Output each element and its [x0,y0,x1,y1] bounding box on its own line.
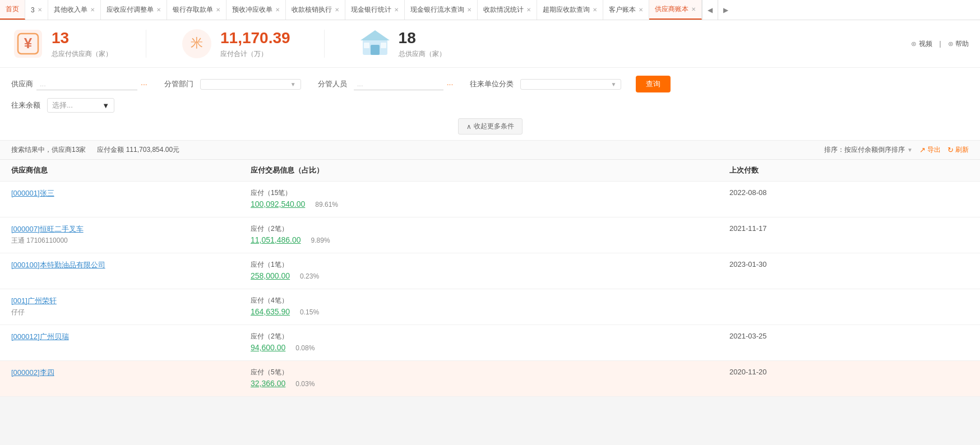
svg-rect-7 [371,45,380,55]
last-pay-cell: 2020-11-20 [729,368,969,376]
supplier-payable-icon: ¥ [11,27,45,61]
last-pay-cell: 2021-11-17 [729,224,969,233]
close-icon[interactable]: ✕ [593,7,597,13]
dept-filter-label: 分管部门 [164,79,193,89]
close-icon[interactable]: ✕ [38,7,42,13]
tx-label: 应付（5笔） [251,368,729,377]
tx-amount[interactable]: 164,635.90 [251,307,290,316]
nav-tab-overdue-ar[interactable]: 超期应收款查询 ✕ [537,0,603,20]
close-icon[interactable]: ✕ [691,6,696,12]
close-icon[interactable]: ✕ [90,7,95,13]
supplier-link[interactable]: [000002]李四 [11,368,251,378]
export-button[interactable]: ↗ 导出 [919,145,941,155]
video-link[interactable]: ⊙ 视频 [911,39,932,49]
nav-tab-cash-bank-flow[interactable]: 现金银行流水查询 ✕ [405,0,478,20]
tx-info-cell: 应付（4笔） 164,635.90 0.15% [251,296,729,318]
balance-filter-label: 往来余额 [11,100,40,110]
svg-rect-8 [364,43,369,48]
tx-amount[interactable]: 258,000.00 [251,271,290,280]
tx-percent: 0.08% [295,344,315,352]
help-link[interactable]: ⊙ 帮助 [948,39,969,49]
tx-amount[interactable]: 32,366.00 [251,379,285,388]
tx-amount[interactable]: 94,600.00 [251,343,285,352]
supplier-sub-info: 王通 17106110000 [11,236,251,245]
stat-total-payable-amount: 米 11,170.39 应付合计（万） [180,27,290,61]
dept-filter-select[interactable]: ▼ [200,79,301,90]
stat-total-suppliers: 18 总供应商（家） [358,27,446,61]
tx-percent: 89.61% [315,201,338,208]
filter-dept: 分管部门 ▼ [164,79,301,90]
nav-prev-arrow[interactable]: ◀ [702,0,718,20]
stats-bar: ¥ 13 总应付供应商（家） 米 11,170.39 应付合计（万） [0,20,980,68]
close-icon[interactable]: ✕ [335,7,339,13]
close-icon[interactable]: ✕ [467,7,471,13]
result-amount: 应付金额 111,703,854.00元 [97,145,179,155]
svg-text:米: 米 [191,36,203,50]
supplier-filter-input[interactable] [36,78,137,90]
top-navigation: 首页 3 ✕ 其他收入单 ✕ 应收应付调整单 ✕ 银行存取款单 ✕ 预收冲应收单… [0,0,980,20]
collapse-filter-button[interactable]: ∧ 收起更多条件 [458,118,523,135]
nav-next-arrow[interactable]: ▶ [718,0,733,20]
category-filter-select[interactable]: ▼ [520,79,621,90]
tx-info-cell: 应付（1笔） 258,000.00 0.23% [251,260,729,282]
stat2-value: 11,170.39 [220,29,290,47]
close-icon[interactable]: ✕ [275,7,280,13]
refresh-button[interactable]: ↻ 刷新 [947,145,969,155]
nav-tab-customer-ledger[interactable]: 客户账本 ✕ [603,0,649,20]
supplier-filter-label: 供应商 [11,79,33,89]
tx-amount[interactable]: 100,092,540.00 [251,200,305,208]
col-header-tx: 应付交易信息（占比） [251,165,729,175]
person-filter-input[interactable] [354,78,443,90]
nav-tab-receipt-stat[interactable]: 收款情况统计 ✕ [478,0,537,20]
table-row: [001]广州荣轩 仔仔 应付（4笔） 164,635.90 0.15% [0,289,980,325]
nav-tab-cash-bank-stat[interactable]: 现金银行统计 ✕ [345,0,405,20]
supplier-link[interactable]: [000001]张三 [11,188,251,198]
col-header-last-pay: 上次付数 [729,165,969,175]
stat-divider-1 [146,30,146,58]
supplier-link[interactable]: [001]广州荣轩 [11,296,251,306]
sort-selector[interactable]: 排序：按应付余额倒序排序 ▼ [824,145,913,155]
supplier-link[interactable]: [000007]恒旺二手叉车 [11,224,251,234]
tx-row: 11,051,486.00 9.89% [251,234,729,246]
nav-tab-prepaid-ar[interactable]: 预收冲应收单 ✕ [226,0,286,20]
stat2-content: 11,170.39 应付合计（万） [220,29,290,59]
stat3-label: 总供应商（家） [399,49,446,59]
filter-supplier: 供应商 ··· [11,78,147,90]
tx-label: 应付（2笔） [251,332,729,341]
last-pay-cell: 2023-01-30 [729,260,969,268]
nav-tab-bank-deposit[interactable]: 银行存取款单 ✕ [167,0,226,20]
tx-amount[interactable]: 11,051,486.00 [251,235,301,244]
category-select-arrow: ▼ [611,81,616,87]
filter-row-2: 往来余额 选择... ▼ [11,98,969,113]
supplier-link[interactable]: [000100]本特勤油品有限公司 [11,260,251,270]
person-filter-dots[interactable]: ··· [447,80,454,89]
supplier-link[interactable]: [000012]广州贝瑞 [11,332,251,342]
table-row: [000002]李四 应付（5笔） 32,366.00 0.03% 2020-1… [0,361,980,397]
nav-tab-supplier-ledger[interactable]: 供应商账本 ✕ [649,0,702,20]
stat-total-payable-suppliers: ¥ 13 总应付供应商（家） [11,27,112,61]
supplier-filter-dots[interactable]: ··· [141,80,147,89]
svg-rect-9 [381,43,386,48]
sort-arrow: ▼ [907,147,913,153]
tx-row: 258,000.00 0.23% [251,270,729,282]
nav-tab-receipt-verify[interactable]: 收款核销执行 ✕ [286,0,345,20]
table-row: [000100]本特勤油品有限公司 应付（1笔） 258,000.00 0.23… [0,253,980,289]
balance-filter-select[interactable]: 选择... ▼ [47,98,114,113]
close-icon[interactable]: ✕ [394,7,399,13]
close-icon[interactable]: ✕ [156,7,161,13]
close-icon[interactable]: ✕ [526,7,531,13]
close-icon[interactable]: ✕ [639,7,643,13]
nav-tab-ar-ap-adjust[interactable]: 应收应付调整单 ✕ [101,0,167,20]
tx-percent: 0.23% [300,272,319,280]
query-button[interactable]: 查询 [636,76,671,92]
nav-tab-home[interactable]: 首页 [0,0,25,20]
refresh-label: 刷新 [955,145,969,155]
svg-text:¥: ¥ [24,35,33,52]
tx-label: 应付（1笔） [251,260,729,270]
collapse-icon: ∧ [466,123,471,131]
filter-bar: 供应商 ··· 分管部门 ▼ 分管人员 ··· 往来单位分类 ▼ [0,68,980,141]
tx-percent: 0.03% [295,380,315,388]
close-icon[interactable]: ✕ [216,7,220,13]
nav-tab-other-income[interactable]: 其他收入单 ✕ [48,0,101,20]
nav-tab-3[interactable]: 3 ✕ [25,0,48,20]
